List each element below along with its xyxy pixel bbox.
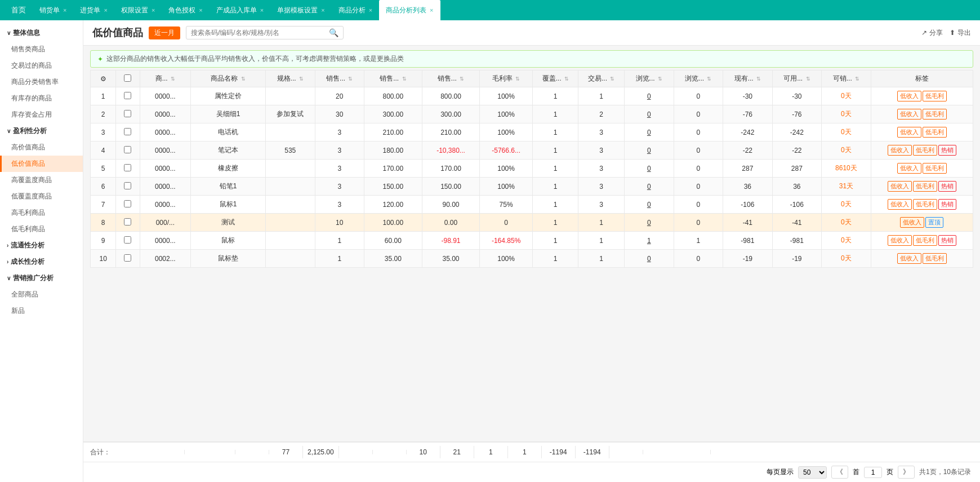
sidebar-section-growth[interactable]: › 成长性分析 [0, 254, 83, 270]
settings-col-header[interactable]: ⚙ [91, 70, 116, 87]
sidebar-item-low-coverage[interactable]: 低覆盖度商品 [0, 188, 83, 205]
close-icon[interactable]: × [63, 7, 66, 14]
coverage-col-header[interactable]: 覆盖... ⇅ [532, 70, 578, 87]
row-checkbox[interactable] [124, 200, 131, 207]
per-page-select[interactable]: 50 100 200 [798, 466, 827, 479]
trade-col-header[interactable]: 交易... ⇅ [578, 70, 625, 87]
browse2-col-header[interactable]: 浏览... ⇅ [674, 70, 723, 87]
page-header: 低价值商品 近一月 🔍 ↗ 分享 ⬆ 导出 [83, 20, 980, 46]
close-icon[interactable]: × [430, 7, 433, 14]
row-checkbox[interactable] [124, 236, 131, 244]
table-row: 1 0000... 属性定价 20 800.00 800.00 100% 1 1… [91, 87, 973, 105]
spec-col-header[interactable]: 规格... ⇅ [265, 70, 315, 87]
close-icon[interactable]: × [321, 7, 324, 14]
row-checkbox[interactable] [124, 218, 131, 225]
nav-tab-inventory[interactable]: 产成品入库单 × [210, 0, 270, 20]
browse-link[interactable]: 0 [647, 147, 651, 154]
available-col-header[interactable]: 可用... ⇅ [772, 70, 822, 87]
row-margin-rate: 100% [480, 178, 533, 196]
browse-link[interactable]: 0 [647, 110, 651, 118]
code-col-header[interactable]: 商... ⇅ [140, 70, 191, 87]
row-checkbox[interactable] [124, 182, 131, 189]
select-all-checkbox[interactable] [124, 74, 131, 82]
page-number-input[interactable] [864, 467, 882, 478]
sales-amt-col-header[interactable]: 销售... ⇅ [364, 70, 422, 87]
row-trade: 1 [578, 250, 625, 268]
row-code: 0000... [140, 87, 191, 105]
sidebar-collapse-btn[interactable]: ‹‹ [83, 205, 83, 219]
search-input[interactable] [191, 29, 329, 37]
sidebar-item-high-coverage[interactable]: 高覆盖度商品 [0, 172, 83, 188]
browse1-col-header[interactable]: 浏览... ⇅ [624, 70, 674, 87]
row-checkbox[interactable] [124, 164, 131, 171]
close-icon[interactable]: × [199, 7, 202, 14]
row-sales-avg: 170.00 [422, 160, 480, 178]
sidebar-item-traded-products[interactable]: 交易过的商品 [0, 58, 83, 74]
export-button[interactable]: ⬆ 导出 [950, 28, 971, 38]
sidebar-item-low-value[interactable]: 低价值商品 [0, 156, 83, 172]
margin-rate-col-header[interactable]: 毛利率 ⇅ [480, 70, 533, 87]
nav-tab-templates[interactable]: 单据模板设置 × [270, 0, 331, 20]
close-icon[interactable]: × [369, 7, 372, 14]
row-available: -30 [772, 87, 822, 105]
browse-link[interactable]: 0 [647, 183, 651, 191]
table-wrapper[interactable]: ⚙ 商... ⇅ 商品名称 ⇅ 规格... ⇅ 销售... ⇅ 销售... ⇅ … [90, 70, 973, 441]
nav-tab-analysis-list[interactable]: 商品分析列表 × [379, 0, 440, 20]
row-coverage: 1 [532, 87, 578, 105]
table-row: 10 0002... 鼠标垫 1 35.00 35.00 100% 1 1 0 … [91, 250, 973, 268]
filter-period-button[interactable]: 近一月 [149, 26, 180, 39]
sidebar-section-marketing[interactable]: ∨ 营销推广分析 [0, 270, 83, 286]
last-page-button[interactable]: 》 [898, 466, 915, 479]
sales-qty-col-header[interactable]: 销售... ⇅ [315, 70, 364, 87]
sidebar-item-sales-products[interactable]: 销售类商品 [0, 41, 83, 58]
tag-badge: 低收入 [897, 163, 921, 174]
nav-tab-roles[interactable]: 角色授权 × [162, 0, 209, 20]
row-margin-rate: -164.85% [480, 232, 533, 250]
sidebar-item-inventory-funds[interactable]: 库存资金占用 [0, 107, 83, 123]
nav-tab-analysis[interactable]: 商品分析 × [332, 0, 379, 20]
browse-link[interactable]: 1 [647, 237, 651, 245]
sidebar-item-new-products[interactable]: 新品 [0, 303, 83, 319]
row-checkbox[interactable] [124, 128, 131, 135]
sidebar-item-high-value[interactable]: 高价值商品 [0, 139, 83, 156]
browse-link[interactable]: 0 [647, 219, 651, 227]
nav-tab-home[interactable]: 首页 [5, 0, 33, 20]
first-page-button[interactable]: 《 [831, 466, 848, 479]
sidebar-section-profitability[interactable]: ∨ 盈利性分析 [0, 123, 83, 139]
browse-link[interactable]: 0 [647, 92, 651, 100]
browse-link[interactable]: 0 [647, 255, 651, 263]
row-checkbox[interactable] [124, 92, 131, 99]
row-days: 0天 [822, 196, 871, 214]
data-table: ⚙ 商... ⇅ 商品名称 ⇅ 规格... ⇅ 销售... ⇅ 销售... ⇅ … [90, 70, 973, 268]
sales-avg-col-header[interactable]: 销售... ⇅ [422, 70, 480, 87]
close-icon[interactable]: × [152, 7, 155, 14]
row-checkbox[interactable] [124, 146, 131, 153]
sidebar-item-low-margin[interactable]: 低毛利商品 [0, 221, 83, 237]
row-name: 笔记本 [191, 141, 266, 160]
nav-tab-permissions[interactable]: 权限设置 × [114, 0, 162, 20]
sidebar-item-category-sales-rate[interactable]: 商品分类销售率 [0, 74, 83, 90]
sidebar-item-all-products[interactable]: 全部商品 [0, 286, 83, 303]
current-col-header[interactable]: 现有... ⇅ [723, 70, 773, 87]
tag-badge: 低毛利 [923, 91, 947, 101]
row-code: 0000... [140, 232, 191, 250]
nav-tab-sales[interactable]: 销货单 × [33, 0, 73, 20]
share-button[interactable]: ↗ 分享 [921, 28, 943, 38]
browse-link[interactable]: 0 [647, 201, 651, 209]
nav-tab-purchase[interactable]: 进货单 × [73, 0, 114, 20]
row-margin-rate: 100% [480, 123, 533, 141]
search-icon[interactable]: 🔍 [329, 28, 338, 37]
sidebar-section-liquidity[interactable]: › 流通性分析 [0, 237, 83, 254]
browse-link[interactable]: 0 [647, 165, 651, 173]
sidebar-section-overview[interactable]: ∨ 整体信息 [0, 25, 83, 41]
close-icon[interactable]: × [104, 7, 107, 14]
row-checkbox[interactable] [124, 110, 131, 117]
sidebar-item-high-margin[interactable]: 高毛利商品 [0, 205, 83, 221]
tag-badge: 置顶 [925, 217, 943, 228]
sellable-col-header[interactable]: 可销... ⇅ [822, 70, 871, 87]
sidebar-item-stocked-products[interactable]: 有库存的商品 [0, 90, 83, 107]
name-col-header[interactable]: 商品名称 ⇅ [191, 70, 266, 87]
close-icon[interactable]: × [260, 7, 264, 14]
browse-link[interactable]: 0 [647, 129, 651, 136]
row-checkbox[interactable] [124, 254, 131, 262]
